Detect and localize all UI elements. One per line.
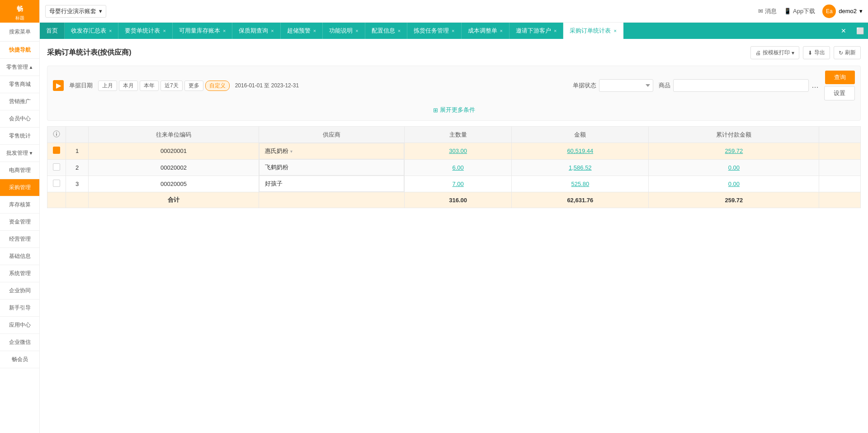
status-filter-select[interactable]	[599, 79, 653, 92]
sidebar-item-retail-stat[interactable]: 零售统计	[0, 128, 39, 145]
sidebar-item-basic-info[interactable]: 基础信息	[0, 248, 39, 265]
row-paid[interactable]: 259.72	[649, 143, 819, 160]
sidebar-item-purchase[interactable]: 采购管理	[0, 179, 39, 196]
phone-icon: 📱	[784, 8, 791, 14]
tab-receive[interactable]: 收发存汇总表 ×	[65, 23, 118, 39]
status-filter-label: 单据状态	[573, 81, 596, 90]
date-custom-button[interactable]: 自定义	[205, 81, 230, 91]
table-body: 1 00020001 惠氏奶粉 ▾ 303.00 60,519.44 259.7…	[47, 143, 861, 192]
tab-maximize-button[interactable]: ⬜	[852, 23, 868, 39]
tab-config[interactable]: 配置信息 ×	[365, 23, 407, 39]
date-this-year-button[interactable]: 本年	[140, 81, 159, 91]
username-label: demo2	[839, 8, 857, 14]
tab-overstock[interactable]: 超储预警 ×	[281, 23, 323, 39]
app-download-label: App下载	[793, 7, 815, 15]
table-col-supplier: 供应商	[259, 127, 405, 143]
goods-filter-input[interactable]	[673, 79, 809, 92]
page-inner: 采购订单统计表(按供应商) 🖨 按模板打印 ▾ ⬇ 导出 ↻ 刷新	[40, 39, 868, 433]
sidebar-item-app-center[interactable]: 应用中心	[0, 317, 39, 334]
sidebar-item-finance[interactable]: 资金管理	[0, 214, 39, 231]
sidebar-item-ecommerce[interactable]: 电商管理	[0, 162, 39, 179]
tab-purchase-stat[interactable]: 采购订单统计表 ×	[563, 23, 623, 39]
table-col-settings[interactable]	[47, 127, 66, 143]
tab-expiry-close[interactable]: ×	[271, 28, 274, 33]
row-qty[interactable]: 7.00	[405, 176, 512, 192]
sidebar-item-system[interactable]: 系统管理	[0, 265, 39, 282]
tab-requisition-close[interactable]: ×	[163, 28, 165, 33]
filter-toggle-button[interactable]: ▶	[53, 80, 64, 91]
table-col-qty: 主数量	[405, 127, 512, 143]
row-checkbox[interactable]	[47, 176, 66, 192]
tab-receive-label: 收发存汇总表	[71, 27, 106, 35]
date-more-button[interactable]: 更多	[184, 81, 203, 91]
sidebar-item-retail[interactable]: 零售管理 ▲	[0, 59, 39, 76]
account-dropdown[interactable]: 母婴行业演示账套 ▾	[45, 5, 106, 18]
tab-overstock-close[interactable]: ×	[313, 28, 316, 33]
row-amount[interactable]: 1,586.52	[512, 159, 649, 176]
sidebar-item-marketing[interactable]: 营销推广	[0, 93, 39, 110]
row-checkbox[interactable]	[47, 159, 66, 176]
app-download-button[interactable]: 📱 App下载	[784, 7, 815, 15]
tab-cost-close[interactable]: ×	[500, 28, 503, 33]
filter-bar: ▶ 单据日期 上月 本月 本年 近7天 更多 自定义 2016-01-01 至 …	[47, 66, 861, 121]
date-7days-button[interactable]: 近7天	[160, 81, 183, 91]
tab-close-all-button[interactable]: ✕	[835, 23, 852, 39]
tab-pick-close[interactable]: ×	[452, 28, 454, 33]
tab-requisition[interactable]: 要货单统计表 ×	[118, 23, 172, 39]
sidebar-item-wholesale[interactable]: 批发管理 ▼	[0, 145, 39, 162]
query-button[interactable]: 查询	[825, 71, 855, 84]
tab-receive-close[interactable]: ×	[109, 28, 112, 33]
avatar: Ea	[822, 5, 836, 18]
row-checkbox[interactable]	[47, 143, 66, 160]
sidebar-nav: 零售管理 ▲ 零售商城 营销推广 会员中心 零售统计 批发管理 ▼ 电商管理 采…	[0, 59, 39, 368]
settings-button[interactable]: 设置	[824, 86, 855, 100]
footer-qty: 316.00	[405, 192, 512, 208]
user-menu[interactable]: Ea demo2 ▾	[822, 5, 863, 18]
tab-invite[interactable]: 邀请下游客户 ×	[509, 23, 563, 39]
sidebar-item-member2[interactable]: 畅会员	[0, 351, 39, 368]
export-button[interactable]: ⬇ 导出	[803, 46, 830, 59]
tab-purchase-stat-close[interactable]: ×	[613, 28, 616, 33]
sidebar-item-inventory[interactable]: 库存核算	[0, 196, 39, 214]
row-paid[interactable]: 0.00	[649, 176, 819, 192]
filter-row-1: ▶ 单据日期 上月 本月 本年 近7天 更多 自定义 2016-01-01 至 …	[53, 71, 855, 100]
tab-function-close[interactable]: ×	[355, 28, 358, 33]
goods-filter-more-icon[interactable]: …	[811, 81, 819, 90]
table-row[interactable]: 3 00020005 好孩子 7.00 525.80 0.00	[47, 176, 861, 192]
row-qty[interactable]: 6.00	[405, 159, 512, 176]
tab-inventory[interactable]: 可用量库存账本 ×	[173, 23, 232, 39]
row-amount[interactable]: 525.80	[512, 176, 649, 192]
row-paid[interactable]: 0.00	[649, 159, 819, 176]
sidebar-item-guide[interactable]: 新手引导	[0, 300, 39, 317]
tab-inventory-close[interactable]: ×	[223, 28, 226, 33]
sidebar-item-wechat[interactable]: 企业微信	[0, 334, 39, 351]
sidebar-item-enterprise[interactable]: 企业协同	[0, 282, 39, 300]
footer-label: 合计	[89, 192, 259, 208]
filter-expand-button[interactable]: ⊞ 展开更多条件	[429, 104, 480, 116]
row-qty[interactable]: 303.00	[405, 143, 512, 160]
sidebar-item-operations[interactable]: 经营管理	[0, 231, 39, 248]
refresh-button[interactable]: ↻ 刷新	[834, 46, 861, 59]
date-this-month-button[interactable]: 本月	[119, 81, 138, 91]
sidebar-item-retail-mall[interactable]: 零售商城	[0, 76, 39, 93]
sidebar-item-quick-nav[interactable]: 快捷导航	[0, 42, 39, 59]
tab-inventory-label: 可用量库存账本	[179, 27, 220, 35]
tab-pick[interactable]: 拣货任务管理 ×	[407, 23, 461, 39]
tab-config-close[interactable]: ×	[398, 28, 401, 33]
row-amount[interactable]: 60,519.44	[512, 143, 649, 160]
search-menu-label[interactable]: 搜索菜单	[3, 26, 37, 38]
tab-home[interactable]: 首页	[40, 23, 65, 39]
sidebar-item-member[interactable]: 会员中心	[0, 110, 39, 128]
table-row[interactable]: 1 00020001 惠氏奶粉 ▾ 303.00 60,519.44 259.7…	[47, 143, 861, 160]
table-col-extra	[819, 127, 861, 143]
account-name: 母婴行业演示账套	[49, 7, 96, 15]
app-logo[interactable]: 畅 标题	[0, 0, 39, 23]
date-last-month-button[interactable]: 上月	[98, 81, 117, 91]
print-button[interactable]: 🖨 按模板打印 ▾	[750, 46, 799, 59]
tab-function[interactable]: 功能说明 ×	[323, 23, 365, 39]
message-button[interactable]: ✉ 消息	[758, 7, 777, 15]
tab-cost[interactable]: 成本调整单 ×	[462, 23, 509, 39]
tab-invite-close[interactable]: ×	[554, 28, 557, 33]
table-row[interactable]: 2 00020002 飞鹤奶粉 6.00 1,586.52 0.00	[47, 159, 861, 176]
tab-expiry[interactable]: 保质期查询 ×	[232, 23, 280, 39]
